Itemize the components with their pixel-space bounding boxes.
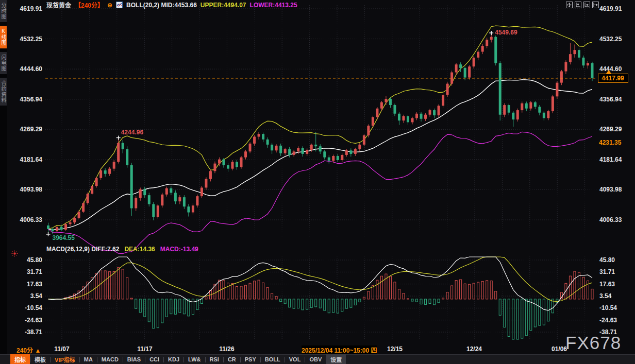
toolbar-button-BIAS[interactable]: BIAS <box>123 355 145 363</box>
toolbar-button-VOL[interactable]: VOL <box>285 355 305 363</box>
toolbar-button-KDJ[interactable]: KDJ <box>164 355 183 363</box>
toolbar-button-MA[interactable]: MA <box>80 355 97 363</box>
candle-body <box>231 162 234 168</box>
toolbar-button-CR[interactable]: CR <box>224 355 240 363</box>
indicator-settings-icon[interactable] <box>11 250 18 257</box>
annotation-high: 4244.96 <box>116 129 144 140</box>
candle-body <box>499 63 502 115</box>
toolbar-button-MACD[interactable]: MACD <box>97 355 123 363</box>
candle-body <box>402 116 405 120</box>
candle-body <box>512 113 514 119</box>
toolbar-button-指标[interactable]: 指标 <box>10 354 30 364</box>
candle-body <box>529 102 532 109</box>
candle-body <box>262 134 264 140</box>
candle-body <box>95 178 98 186</box>
shift-right-icon[interactable] <box>592 2 599 8</box>
candle-body <box>117 143 120 162</box>
interval-selector[interactable]: 240分 ▲ <box>16 345 41 354</box>
toolbar-button-RSI[interactable]: RSI <box>206 355 223 363</box>
macd-bar <box>200 299 203 304</box>
macd-tick-left: -10.54 <box>25 304 42 311</box>
macd-bar <box>429 299 431 304</box>
macd-bar <box>240 286 242 299</box>
macd-tick-left: 31.71 <box>27 268 42 275</box>
toolbar-button-CCI[interactable]: CCI <box>145 355 163 363</box>
macd-bar <box>455 281 457 299</box>
candle-body <box>253 137 256 144</box>
macd-bar <box>157 299 159 328</box>
candle-body <box>424 115 427 119</box>
toolbar-button-LW&[interactable]: LW& <box>184 355 205 363</box>
macd-bar <box>495 291 497 299</box>
candle-body <box>52 229 54 232</box>
macd-histogram-layer <box>52 268 593 339</box>
toolbar-button-设置[interactable]: 设置 <box>326 354 346 364</box>
zoom-plus-icon[interactable]: ⊕ <box>107 2 112 9</box>
sidebar-tab-3[interactable]: 合约资料 <box>0 78 7 106</box>
candle-body <box>200 187 203 196</box>
candle-body <box>464 68 466 78</box>
macd-bar <box>254 281 256 299</box>
candle-body <box>266 140 269 145</box>
toolbar-button-BOLL[interactable]: BOLL <box>261 355 285 363</box>
candle-body <box>240 158 243 167</box>
boll-upper-value: UPPER:4494.07 <box>200 2 246 9</box>
candle-body <box>442 95 444 106</box>
candle-body <box>429 110 431 115</box>
candle-body <box>578 50 580 58</box>
candle-body <box>73 218 76 222</box>
boll-bands-layer <box>48 26 592 254</box>
toolbar-button-VIP指标[interactable]: VIP指标 <box>51 354 79 364</box>
toolbar-button-OBV[interactable]: OBV <box>305 355 326 363</box>
macd-bar <box>411 299 413 301</box>
date-label: 12/24 <box>466 345 482 353</box>
candle-body <box>56 227 58 232</box>
macd-bar <box>376 280 378 299</box>
macd-bar <box>324 299 326 310</box>
macd-tick-right: 45.80 <box>599 256 615 264</box>
candle-body <box>407 116 409 122</box>
candle-body <box>508 105 510 113</box>
chart-tool-buttons <box>566 2 599 8</box>
macd-bar <box>183 299 185 314</box>
candle-body <box>183 197 186 206</box>
candle-body <box>372 117 374 126</box>
macd-bar <box>113 271 115 299</box>
macd-bar <box>341 299 343 311</box>
sidebar-tab-2[interactable]: 闪电图 <box>0 52 7 74</box>
macd-bar <box>109 271 111 299</box>
macd-bar <box>192 299 194 315</box>
macd-bar <box>372 286 374 299</box>
kline-chart-canvas[interactable]: 4619.914619.914532.254532.254444.604444.… <box>0 0 635 342</box>
macd-diff-value: MACD(26,12,9) DIFF:7.62 <box>46 246 119 253</box>
sidebar-tab-1[interactable]: K线图 <box>0 26 7 48</box>
candle-body <box>82 203 85 212</box>
macd-bar <box>534 299 536 327</box>
trading-app: 4619.914619.914532.254532.254444.604444.… <box>0 0 635 364</box>
candle-body <box>345 150 348 155</box>
candle-body <box>385 99 387 102</box>
candle-body <box>288 149 291 155</box>
price-tick-left: 4181.64 <box>20 156 43 163</box>
macd-dea-value: DEA:14.36 <box>124 246 155 253</box>
candle-body <box>376 109 378 117</box>
macd-bar <box>231 284 233 299</box>
date-label: 11/26 <box>219 345 234 353</box>
toolbar-button-模板[interactable]: 模板 <box>30 354 50 364</box>
macd-bar <box>504 299 506 327</box>
candle-body <box>126 149 128 165</box>
candle-body <box>139 189 142 198</box>
pan-icon[interactable] <box>566 2 573 8</box>
candle-body <box>328 158 330 161</box>
candle-body <box>249 144 252 151</box>
axis-zoom-horizontal-icon[interactable] <box>583 2 590 8</box>
macd-bar <box>315 299 317 307</box>
toolbar-button-PSY[interactable]: PSY <box>241 355 260 363</box>
candle-body <box>433 110 436 115</box>
macd-bar <box>464 284 466 299</box>
candle-body <box>468 66 471 77</box>
sidebar-tab-0[interactable]: 分时图 <box>0 0 7 22</box>
candle-body <box>319 146 322 151</box>
axis-zoom-vertical-icon[interactable] <box>575 2 581 8</box>
macd-bar <box>275 297 277 299</box>
